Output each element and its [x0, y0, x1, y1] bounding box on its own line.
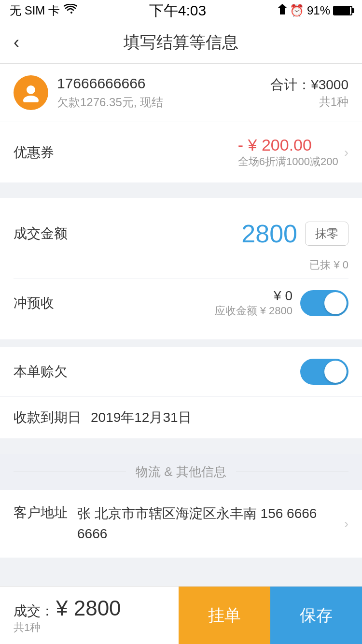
due-date-label: 收款到期日 — [14, 408, 81, 427]
customer-info: 17666666666 欠款1276.35元, 现结 — [57, 75, 163, 110]
svg-point-0 — [27, 85, 35, 94]
status-left: 无 SIM 卡 — [10, 3, 77, 18]
coupon-info: - ¥ 200.00 全场6折满1000减200 — [238, 136, 338, 169]
amount-row: 成交金额 2800 抹零 — [14, 210, 348, 258]
customer-phone: 17666666666 — [57, 75, 163, 92]
coupon-row[interactable]: 优惠券 - ¥ 200.00 全场6折满1000减200 › — [0, 122, 362, 182]
address-label: 客户地址 — [14, 504, 68, 522]
footer-total-row: 成交： ¥ 2800 — [14, 596, 165, 620]
charge-label: 冲预收 — [14, 294, 54, 312]
coupon-label: 优惠券 — [14, 143, 54, 162]
address-chevron: › — [344, 516, 348, 532]
debt-row: 本单赊欠 — [0, 347, 362, 396]
customer-right: 合计：¥3000 共1种 — [270, 76, 348, 110]
logistics-divider: 物流 & 其他信息 — [0, 454, 362, 490]
amount-label: 成交金额 — [14, 224, 68, 243]
amount-value: 2800 — [241, 219, 297, 248]
battery-percentage: 91% — [307, 4, 330, 17]
avatar — [14, 75, 48, 110]
wifi-icon — [64, 4, 77, 17]
hang-button[interactable]: 挂单 — [179, 587, 270, 644]
address-row[interactable]: 客户地址 张 北京市市辖区海淀区永丰南 156 6666 6666 › — [0, 490, 362, 558]
coupon-amount: - ¥ 200.00 — [238, 136, 338, 154]
footer-total-value: ¥ 2800 — [56, 596, 121, 620]
footer-count: 共1种 — [14, 620, 165, 635]
page-title: 填写结算等信息 — [124, 31, 238, 54]
coupon-desc: 全场6折满1000减200 — [238, 154, 338, 169]
address-value: 张 北京市市辖区海淀区永丰南 156 6666 6666 — [77, 504, 338, 544]
customer-section: 17666666666 欠款1276.35元, 现结 合计：¥3000 共1种 … — [0, 64, 362, 182]
carrier-text: 无 SIM 卡 — [10, 3, 60, 18]
footer-info: 成交： ¥ 2800 共1种 — [0, 596, 179, 635]
separator-2 — [0, 339, 362, 347]
debt-toggle[interactable] — [300, 359, 348, 385]
charge-row: 冲预收 ¥ 0 应收金额 ¥ 2800 — [14, 278, 348, 328]
footer: 成交： ¥ 2800 共1种 挂单 保存 — [0, 586, 362, 644]
status-right: ⏰ 91% — [278, 4, 352, 17]
battery-icon — [333, 6, 352, 15]
status-time: 下午4:03 — [149, 1, 206, 21]
debt-label: 本单赊欠 — [14, 363, 68, 381]
amount-section: 成交金额 2800 抹零 已抹 ¥ 0 冲预收 ¥ 0 应收金额 ¥ 2800 — [0, 198, 362, 339]
charge-sub: 应收金额 ¥ 2800 — [215, 304, 292, 318]
location-icon — [278, 4, 287, 17]
customer-count: 共1种 — [270, 94, 348, 110]
coupon-chevron: › — [344, 145, 348, 160]
charge-toggle[interactable] — [300, 290, 348, 316]
debt-toggle-knob — [324, 361, 347, 383]
nav-bar: ‹ 填写结算等信息 — [0, 21, 362, 64]
toggle-knob — [324, 292, 347, 314]
divider-line-left — [14, 472, 126, 472]
footer-total-label: 成交： — [14, 602, 54, 620]
amount-right: 2800 抹零 — [241, 219, 348, 248]
charge-value-block: ¥ 0 应收金额 ¥ 2800 — [215, 288, 292, 318]
status-bar: 无 SIM 卡 下午4:03 ⏰ 91% — [0, 0, 362, 21]
debt-section: 本单赊欠 收款到期日 2019年12月31日 — [0, 347, 362, 438]
back-button[interactable]: ‹ — [14, 32, 19, 53]
round-button[interactable]: 抹零 — [305, 222, 348, 246]
alarm-icon: ⏰ — [290, 4, 304, 17]
save-button[interactable]: 保存 — [270, 587, 362, 644]
divider-line-right — [236, 472, 348, 472]
due-date-row: 收款到期日 2019年12月31日 — [0, 396, 362, 438]
customer-debt: 欠款1276.35元, 现结 — [57, 95, 163, 110]
customer-row: 17666666666 欠款1276.35元, 现结 合计：¥3000 共1种 — [0, 64, 362, 122]
customer-total: 合计：¥3000 — [270, 76, 348, 94]
coupon-right: - ¥ 200.00 全场6折满1000减200 › — [238, 136, 348, 169]
customer-left: 17666666666 欠款1276.35元, 现结 — [14, 75, 163, 110]
svg-point-1 — [23, 96, 39, 102]
logistics-label: 物流 & 其他信息 — [136, 463, 226, 480]
due-date-value: 2019年12月31日 — [91, 408, 192, 427]
amount-sub: 已抹 ¥ 0 — [14, 258, 348, 278]
separator-1 — [0, 190, 362, 198]
separator-3 — [0, 446, 362, 454]
charge-value: ¥ 0 — [215, 288, 292, 304]
charge-right: ¥ 0 应收金额 ¥ 2800 — [215, 288, 348, 318]
